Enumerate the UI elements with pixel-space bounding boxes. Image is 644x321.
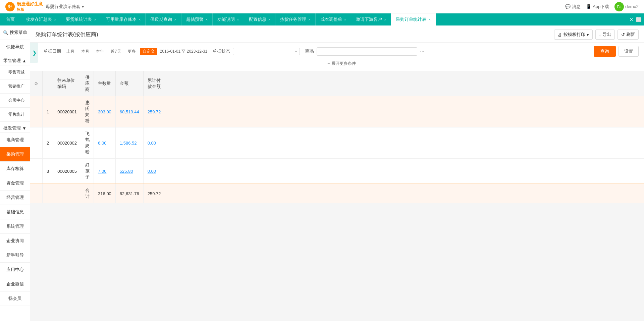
custom-date-tag[interactable]: 自定义 — [140, 48, 157, 55]
column-settings-icon[interactable]: ⚙ — [34, 81, 38, 86]
row-code: 00020005 — [53, 159, 81, 184]
tab-close-icon[interactable]: × — [94, 17, 96, 21]
tab-yaohuo[interactable]: 要货单统计表 × — [61, 13, 101, 25]
th-code: 往来单位编码 — [53, 71, 81, 96]
sidebar-item-inventory[interactable]: 库存核算 — [0, 162, 30, 176]
message-button[interactable]: 💬 消息 — [565, 4, 581, 10]
sidebar-item-retail[interactable]: 零售管理 ▲ — [0, 54, 30, 65]
shortcut-thisyear[interactable]: 本年 — [93, 48, 107, 55]
user-avatar-area[interactable]: Ea demo2 — [614, 2, 639, 11]
row-spacer — [165, 159, 644, 184]
sidebar-item-vip[interactable]: 畅会员 — [0, 291, 30, 306]
goods-more-icon[interactable]: ··· — [420, 48, 424, 54]
tab-home[interactable]: 首页 — [0, 13, 21, 25]
sidebar-item-corpwx[interactable]: 企业微信 — [0, 277, 30, 291]
sidebar-item-collab[interactable]: 企业协同 — [0, 234, 30, 248]
row-index: 1 — [43, 96, 53, 127]
restore-window-icon[interactable]: ⬜ — [636, 17, 641, 22]
row-code: 00020002 — [53, 127, 81, 159]
settings-button[interactable]: 设置 — [619, 46, 639, 57]
sidebar-item-retailshop[interactable]: 零售商城 — [0, 65, 30, 79]
chevron-down-icon: ▼ — [22, 126, 26, 131]
tab-close-icon[interactable]: × — [384, 17, 386, 21]
sidebar-item-appcenter[interactable]: 应用中心 — [0, 263, 30, 277]
data-table: ⚙ 往来单位编码 供应商 主数量 金额 累计付款金额 — [30, 71, 644, 203]
tab-shoufacun[interactable]: 收发存汇总表 × — [21, 13, 61, 25]
th-spacer — [165, 71, 644, 96]
sidebar-item-newguide[interactable]: 新手引导 — [0, 248, 30, 263]
filter-toggle-button[interactable]: ❯ — [30, 43, 38, 63]
page-header: 采购订单统计表(按供应商) 🖨 按模板打印 ▾ ↓ 导出 ↺ 刷新 — [30, 25, 644, 43]
tab-close-icon[interactable]: × — [54, 17, 56, 21]
tab-close-icon[interactable]: × — [344, 17, 346, 21]
close-all-tabs-icon[interactable]: ✕ — [630, 17, 633, 22]
sidebar-item-basic[interactable]: 基础信息 — [0, 205, 30, 219]
th-amount: 金额 — [115, 71, 143, 96]
refresh-icon: ↺ — [621, 32, 625, 37]
goods-input[interactable] — [317, 47, 417, 56]
sidebar-item-member[interactable]: 会员中心 — [0, 94, 30, 108]
sidebar-item-ecommerce[interactable]: 电商管理 — [0, 133, 30, 147]
query-button[interactable]: 查询 — [594, 46, 616, 57]
tab-chaochuyujing[interactable]: 超储预警 × — [181, 13, 213, 25]
tab-close-icon[interactable]: × — [139, 17, 141, 21]
export-button[interactable]: ↓ 导出 — [595, 30, 615, 40]
expand-conditions-button[interactable]: ⋯ 展开更多条件 — [324, 59, 359, 68]
workspace-select[interactable]: 母婴行业演示账套 ▾ — [46, 4, 84, 10]
sidebar-item-capital[interactable]: 资金管理 — [0, 176, 30, 191]
date-filter-group: 单据日期 上月 本月 本年 近7天 更多 自定义 2016-01-01 — [44, 48, 207, 55]
row-paid: 0.00 — [143, 159, 165, 184]
total-label: 合计 — [81, 184, 94, 203]
row-settings-cell — [30, 96, 43, 127]
sidebar-item-system[interactable]: 系统管理 — [0, 219, 30, 234]
row-index: 2 — [43, 127, 53, 159]
top-bar-right: 💬 消息 📱 App下载 Ea demo2 — [565, 2, 639, 11]
page-container: 采购订单统计表(按供应商) 🖨 按模板打印 ▾ ↓ 导出 ↺ 刷新 — [30, 25, 644, 203]
shortcut-more[interactable]: 更多 — [125, 48, 139, 55]
top-bar-left: 好 畅捷通好生意 标版 母婴行业演示账套 ▾ — [5, 1, 84, 12]
shortcut-7days[interactable]: 近7天 — [108, 48, 124, 55]
total-qty: 316.00 — [94, 184, 116, 203]
tab-gongneng[interactable]: 功能说明 × — [213, 13, 244, 25]
status-label: 单据状态 — [213, 48, 230, 54]
th-qty: 主数量 — [94, 71, 116, 96]
sidebar-item-marketing[interactable]: 营销推广 — [0, 79, 30, 94]
tab-chengben[interactable]: 成本调整单 × — [316, 13, 351, 25]
print-button[interactable]: 🖨 按模板打印 ▾ — [554, 30, 593, 40]
status-select[interactable]: ▾ — [233, 48, 300, 55]
tab-close-icon[interactable]: × — [308, 17, 310, 21]
sidebar-item-search[interactable]: 🔍 搜索菜单 — [0, 25, 30, 40]
tab-close-icon[interactable]: × — [428, 17, 430, 21]
tab-keyong[interactable]: 可用量库存账本 × — [101, 13, 146, 25]
sidebar-item-purchase[interactable]: 采购管理 — [0, 147, 30, 162]
goods-filter-group: 商品 ··· — [305, 47, 424, 56]
table-area: ⚙ 往来单位编码 供应商 主数量 金额 累计付款金额 — [30, 71, 644, 203]
tab-baozhiqi[interactable]: 保质期查询 × — [146, 13, 181, 25]
row-qty: 303.00 — [94, 96, 116, 127]
tab-close-icon[interactable]: × — [174, 17, 176, 21]
tab-yaoqing[interactable]: 邀请下游客户 × — [351, 13, 391, 25]
sidebar-item-quicknav[interactable]: 快捷导航 — [0, 40, 30, 54]
page-title: 采购订单统计表(按供应商) — [36, 31, 98, 38]
sidebar: 🔍 搜索菜单 快捷导航 零售管理 ▲ 零售商城 营销推广 会员中心 零售统计 批… — [0, 25, 30, 321]
page-actions: 🖨 按模板打印 ▾ ↓ 导出 ↺ 刷新 — [554, 30, 639, 40]
app-download-button[interactable]: 📱 App下载 — [586, 4, 609, 10]
tab-close-icon[interactable]: × — [237, 17, 239, 21]
shortcut-thismonth[interactable]: 本月 — [78, 48, 92, 55]
table-row: 1 00020001 惠氏奶粉 303.00 60,519.44 259.72 — [30, 96, 644, 127]
sidebar-item-wholesale[interactable]: 批发管理 ▼ — [0, 122, 30, 133]
sidebar-item-retailstat[interactable]: 零售统计 — [0, 108, 30, 122]
row-qty: 7.00 — [94, 159, 116, 184]
refresh-button[interactable]: ↺ 刷新 — [618, 30, 639, 40]
tab-close-icon[interactable]: × — [206, 17, 208, 21]
shortcut-lastmonth[interactable]: 上月 — [64, 48, 77, 55]
table-total-row: 合计 316.00 62,631.76 259.72 — [30, 184, 644, 203]
row-supplier: 惠氏奶粉 — [81, 96, 94, 127]
sidebar-item-operation[interactable]: 经营管理 — [0, 191, 30, 205]
row-amount: 525.80 — [115, 159, 143, 184]
tab-close-icon[interactable]: × — [268, 17, 270, 21]
search-icon: 🔍 — [3, 30, 8, 35]
tab-peizhi[interactable]: 配置信息 × — [244, 13, 275, 25]
tab-caigou[interactable]: 采购订单统计表 × — [391, 13, 435, 25]
tab-jianhuo[interactable]: 拣货任务管理 × — [275, 13, 315, 25]
